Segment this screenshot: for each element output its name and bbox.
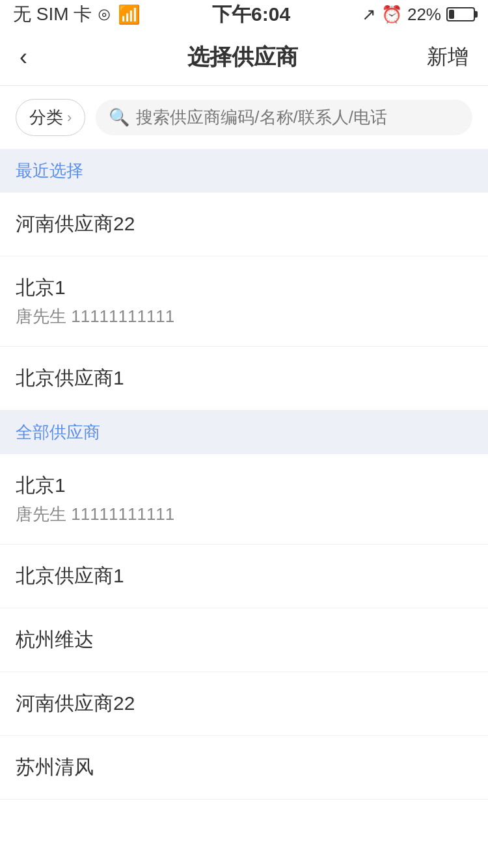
list-item[interactable]: 杭州维达 xyxy=(0,608,488,672)
status-time: 下午6:04 xyxy=(212,1,290,28)
list-item[interactable]: 北京1 唐先生 11111111111 xyxy=(0,454,488,545)
status-right: ↗ ⏰ 22% xyxy=(362,5,475,25)
chevron-right-icon: › xyxy=(67,109,72,126)
all-section-header: 全部供应商 xyxy=(0,411,488,454)
alarm-icon: ⏰ xyxy=(381,5,402,25)
all-list: 北京1 唐先生 11111111111 北京供应商1 杭州维达 河南供应商22 … xyxy=(0,454,488,800)
supplier-name: 北京供应商1 xyxy=(16,365,472,392)
list-item[interactable]: 苏州清风 xyxy=(0,736,488,800)
list-item[interactable]: 北京供应商1 xyxy=(0,347,488,411)
battery-percent: 22% xyxy=(407,5,441,25)
location-icon: ↗ xyxy=(362,5,376,25)
supplier-name: 北京1 xyxy=(16,275,472,301)
supplier-name: 苏州清风 xyxy=(16,754,472,781)
add-button[interactable]: 新增 xyxy=(427,43,468,72)
list-item[interactable]: 北京供应商1 xyxy=(0,545,488,608)
search-box[interactable]: 🔍 xyxy=(96,100,472,135)
status-bar: 无 SIM 卡 ⊙ 📶 下午6:04 ↗ ⏰ 22% xyxy=(0,0,488,29)
supplier-name: 河南供应商22 xyxy=(16,211,472,237)
status-left: 无 SIM 卡 ⊙ 📶 xyxy=(13,2,141,27)
page-title: 选择供应商 xyxy=(187,42,298,72)
supplier-name: 北京1 xyxy=(16,472,472,499)
sim-status: 无 SIM 卡 ⊙ xyxy=(13,2,111,27)
supplier-contact: 唐先生 11111111111 xyxy=(16,305,472,328)
list-item[interactable]: 河南供应商22 xyxy=(0,672,488,736)
battery-icon xyxy=(446,7,475,21)
category-label: 分类 xyxy=(29,106,63,129)
list-item[interactable]: 河南供应商22 xyxy=(0,193,488,256)
supplier-name: 杭州维达 xyxy=(16,627,472,653)
category-filter[interactable]: 分类 › xyxy=(16,99,85,136)
recent-section-header: 最近选择 xyxy=(0,149,488,193)
back-button[interactable]: ‹ xyxy=(20,44,59,71)
recent-list: 河南供应商22 北京1 唐先生 11111111111 北京供应商1 xyxy=(0,193,488,411)
filter-bar: 分类 › 🔍 xyxy=(0,86,488,149)
list-item[interactable]: 北京1 唐先生 11111111111 xyxy=(0,256,488,347)
wifi-icon: 📶 xyxy=(118,4,141,25)
nav-bar: ‹ 选择供应商 新增 xyxy=(0,29,488,86)
supplier-name: 河南供应商22 xyxy=(16,690,472,717)
search-input[interactable] xyxy=(136,107,459,128)
supplier-contact: 唐先生 11111111111 xyxy=(16,503,472,526)
search-icon: 🔍 xyxy=(109,107,129,128)
supplier-name: 北京供应商1 xyxy=(16,563,472,590)
